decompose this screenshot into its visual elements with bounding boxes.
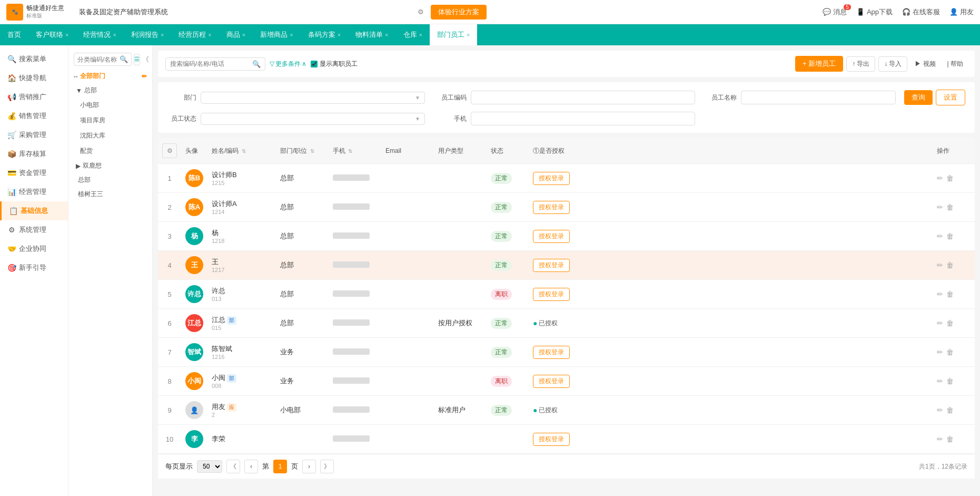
sort-dept-icon[interactable]: ⇅	[310, 148, 314, 154]
tab-warehouse-close[interactable]: ×	[419, 32, 422, 38]
sidebar-item-operation[interactable]: 📊 经营管理	[0, 182, 68, 201]
dept-group-hq2[interactable]: 总部	[68, 173, 152, 187]
user-item[interactable]: 👤 用友	[949, 7, 974, 17]
filter-more-btn[interactable]: ▽ 更多条件 ∧	[270, 60, 306, 69]
delete-icon[interactable]: 🗑	[946, 174, 954, 182]
sidebar-item-collab[interactable]: 🤝 企业协同	[0, 239, 68, 258]
delete-icon[interactable]: 🗑	[946, 435, 954, 443]
tab-customer-close[interactable]: ×	[65, 32, 68, 38]
page-size-select[interactable]: 50	[197, 460, 222, 473]
add-employee-button[interactable]: + 新增员工	[795, 56, 843, 72]
dept-item-shenyang[interactable]: 沈阳大库	[68, 128, 152, 143]
edit-icon[interactable]: ✏	[937, 319, 943, 327]
tab-new-goods-close[interactable]: ×	[290, 32, 293, 38]
edit-icon[interactable]: ✏	[937, 406, 943, 414]
sidebar-item-system[interactable]: ⚙ 系统管理	[0, 220, 68, 239]
message-icon-item[interactable]: 💬 消息 5	[823, 7, 847, 17]
tab-bom[interactable]: 物料清单 ×	[348, 24, 395, 45]
delete-icon[interactable]: 🗑	[946, 203, 954, 211]
tab-customer[interactable]: 客户联络 ×	[28, 24, 76, 45]
edit-icon[interactable]: ✏	[937, 261, 943, 269]
tab-profit[interactable]: 利润报告 ×	[124, 24, 171, 45]
app-download-item[interactable]: 📱 App下载	[856, 7, 893, 17]
col-dept[interactable]: 部门/职位 ⇅	[276, 138, 329, 164]
tab-goods-close[interactable]: ×	[242, 32, 245, 38]
dept-item-project[interactable]: 项目库房	[68, 113, 152, 128]
show-resigned-checkbox[interactable]: 显示离职员工	[311, 60, 358, 69]
dept-search-input[interactable]	[77, 56, 120, 63]
delete-icon[interactable]: 🗑	[946, 377, 954, 385]
auth-button[interactable]: 授权登录	[533, 346, 570, 359]
sidebar-item-inventory[interactable]: 📦 库存核算	[0, 144, 68, 163]
sidebar-item-finance[interactable]: 💳 资金管理	[0, 163, 68, 182]
help-button[interactable]: | 帮助	[943, 57, 967, 71]
auth-button[interactable]: 授权登录	[533, 230, 570, 243]
employee-name-input[interactable]	[741, 91, 896, 104]
tab-history[interactable]: 经营历程 ×	[171, 24, 219, 45]
auth-button[interactable]: 授权登录	[533, 375, 570, 388]
tab-operation[interactable]: 经营情况 ×	[76, 24, 123, 45]
dept-item-peihuo[interactable]: 配货	[68, 143, 152, 159]
delete-icon[interactable]: 🗑	[946, 232, 954, 240]
dept-group-shuanglu[interactable]: ▶ 双鹿想	[68, 159, 152, 173]
col-auth-cell[interactable]: 授权登录	[529, 367, 597, 396]
edit-icon[interactable]: ✏	[937, 348, 943, 356]
dept-item-xiaodian[interactable]: 小电部	[68, 98, 152, 113]
auth-button[interactable]: 授权登录	[533, 201, 570, 214]
dept-all-label[interactable]: ▪▪ 全部部门 ✏	[68, 69, 152, 83]
show-resigned-input[interactable]	[311, 61, 318, 67]
sidebar-item-sales[interactable]: 💰 销售管理	[0, 106, 68, 125]
sidebar-item-guide[interactable]: 🎯 新手引导	[0, 258, 68, 277]
col-auth-cell[interactable]: 授权登录	[529, 338, 597, 367]
sidebar-item-nav[interactable]: 🏠 快捷导航	[0, 69, 68, 87]
col-auth-cell[interactable]: 授权登录	[529, 280, 597, 309]
tab-new-goods[interactable]: 新增商品 ×	[253, 24, 300, 45]
sidebar-item-purchase[interactable]: 🛒 采购管理	[0, 125, 68, 144]
dept-filter-btn[interactable]: ☰	[134, 54, 140, 65]
col-name[interactable]: 姓名/编码 ⇅	[207, 138, 276, 164]
dept-collapse-btn[interactable]: 《	[142, 54, 149, 65]
tab-goods[interactable]: 商品 ×	[219, 24, 253, 45]
col-auth-cell[interactable]: 授权登录	[529, 193, 597, 222]
last-page-btn[interactable]: 》	[320, 460, 334, 473]
tab-profit-close[interactable]: ×	[161, 32, 164, 38]
sort-phone-icon[interactable]: ⇅	[348, 148, 352, 154]
edit-icon[interactable]: ✏	[937, 232, 943, 240]
col-auth-cell[interactable]: 授权登录	[529, 164, 597, 193]
edit-icon[interactable]: ✏	[937, 290, 943, 298]
dept-select[interactable]: ▼	[201, 92, 425, 104]
col-auth-cell[interactable]: 授权登录	[529, 425, 597, 454]
auth-button[interactable]: 授权登录	[533, 259, 570, 272]
query-button[interactable]: 查询	[904, 90, 933, 105]
sidebar-item-marketing[interactable]: 📢 营销推广	[0, 87, 68, 106]
trial-button[interactable]: 体验行业方案	[431, 5, 487, 20]
delete-icon[interactable]: 🗑	[946, 261, 954, 269]
filter-settings-button[interactable]: 设置	[936, 90, 965, 105]
sidebar-item-basic[interactable]: 📋 基础信息	[0, 201, 68, 220]
phone-input[interactable]	[471, 112, 695, 125]
sort-name-icon[interactable]: ⇅	[242, 148, 246, 154]
tab-bom-close[interactable]: ×	[385, 32, 388, 38]
import-button[interactable]: ↓ 导入	[878, 56, 907, 72]
first-page-btn[interactable]: 《	[226, 460, 240, 473]
col-phone[interactable]: 手机 ⇅	[329, 138, 381, 164]
edit-icon[interactable]: ✏	[937, 435, 943, 443]
status-select[interactable]: ▼	[201, 113, 425, 125]
gear-icon[interactable]: ⚙	[162, 143, 177, 158]
current-page-btn[interactable]: 1	[273, 460, 287, 473]
dept-edit-icon[interactable]: ✏	[142, 73, 147, 80]
dept-group-hq[interactable]: ▼ 总部	[68, 83, 152, 98]
delete-icon[interactable]: 🗑	[946, 348, 954, 356]
auth-button[interactable]: 授权登录	[533, 433, 570, 446]
dept-search-box[interactable]: 🔍	[74, 53, 132, 66]
delete-icon[interactable]: 🗑	[946, 290, 954, 298]
search-input[interactable]	[170, 60, 249, 67]
filter-search-box[interactable]: 🔍	[165, 57, 265, 71]
tab-barcode[interactable]: 条码方案 ×	[301, 24, 348, 45]
view-button[interactable]: ▶ 视频	[910, 57, 939, 71]
prev-page-btn[interactable]: ‹	[244, 460, 258, 473]
employee-code-input[interactable]	[471, 91, 695, 104]
dept-group-zhishu[interactable]: 植树王三	[68, 187, 152, 201]
col-auth-cell[interactable]: 授权登录	[529, 251, 597, 280]
edit-icon[interactable]: ✏	[937, 377, 943, 385]
